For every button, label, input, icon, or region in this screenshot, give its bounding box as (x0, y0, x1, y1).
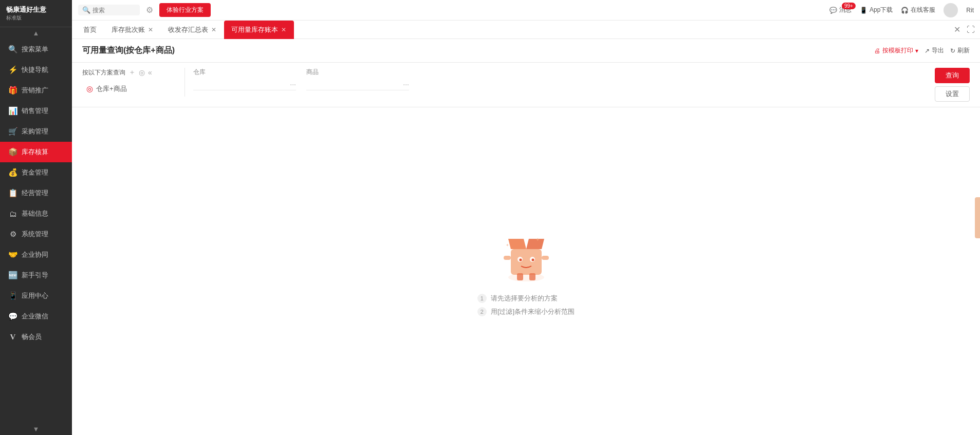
filter-scheme-panel: 按以下方案查询 ＋ ◎ « ◎ 仓库+商品 (82, 68, 185, 97)
svg-rect-8 (504, 256, 511, 260)
topbar-right: 💬 消息 99+ 📱 App下载 🎧 在线客服 Rit (829, 3, 974, 17)
empty-state: ✦ ✦ 1 请先选择要分析的方案 2 用[过滤]条件来缩小分析范围 (72, 107, 980, 435)
customer-service-btn[interactable]: 🎧 在线客服 (901, 6, 935, 14)
add-scheme-btn[interactable]: ＋ (128, 68, 136, 77)
sidebar-item-inventory[interactable]: 📦 库存核算 (0, 142, 72, 162)
app-name: 畅康通好生意 (6, 5, 66, 14)
refresh-btn[interactable]: ↻ 刷新 (950, 46, 970, 55)
sidebar-item-marketing[interactable]: 🎁 营销推广 (0, 80, 72, 101)
export-icon: ↗ (924, 47, 930, 54)
sidebar-item-label: 基础信息 (22, 209, 48, 218)
member-icon: V (8, 333, 17, 342)
svg-point-7 (531, 259, 534, 261)
close-icon[interactable]: ✕ (148, 26, 153, 33)
tip-num-2: 2 (477, 307, 487, 316)
search-input[interactable] (93, 7, 134, 14)
goods-more-icon[interactable]: ··· (403, 80, 409, 88)
dropdown-icon[interactable]: ▾ (915, 47, 918, 54)
message-btn[interactable]: 💬 消息 99+ (829, 6, 852, 14)
app-download-btn[interactable]: 📱 App下载 (860, 6, 893, 14)
topbar-search-box[interactable]: 🔍 (78, 5, 140, 15)
scheme-item-warehouse-goods[interactable]: ◎ 仓库+商品 (82, 81, 178, 97)
basic-icon: 🗂 (8, 210, 17, 218)
sidebar-item-enterprise[interactable]: 🤝 企业协同 (0, 244, 72, 265)
page-header-actions: 🖨 按模板打印 ▾ ↗ 导出 ↻ 刷新 (874, 46, 970, 55)
sidebar-item-wechat[interactable]: 💬 企业微信 (0, 306, 72, 327)
export-btn[interactable]: ↗ 导出 (924, 46, 944, 55)
warehouse-filter-field: 仓库 ··· (193, 68, 296, 90)
sidebar: 畅康通好生意 标准版 ▲ 🔍 搜索菜单 ⚡ 快捷导航 🎁 营销推广 📊 销售管理… (0, 0, 72, 435)
tip-text-2: 用[过滤]条件来缩小分析范围 (491, 307, 575, 316)
svg-marker-2 (508, 239, 526, 249)
export-label: 导出 (932, 46, 944, 55)
warehouse-more-icon[interactable]: ··· (290, 80, 296, 88)
sidebar-item-member[interactable]: V 畅会员 (0, 327, 72, 347)
service-label: 在线客服 (911, 6, 935, 14)
refresh-icon: ↻ (950, 47, 955, 54)
sidebar-item-search[interactable]: 🔍 搜索菜单 (0, 39, 72, 60)
empty-tip-1: 1 请先选择要分析的方案 (477, 294, 575, 303)
sidebar-logo: 畅康通好生意 标准版 (0, 0, 72, 27)
right-scroll-handle[interactable] (975, 197, 980, 238)
svg-rect-10 (517, 273, 523, 280)
newbie-icon: 🆕 (8, 271, 17, 280)
sidebar-item-finance[interactable]: 💰 资金管理 (0, 162, 72, 183)
sidebar-item-system[interactable]: ⚙ 系统管理 (0, 224, 72, 244)
message-badge: 99+ (842, 3, 856, 9)
warehouse-input-wrap: ··· (193, 79, 296, 90)
username-label[interactable]: Rit (966, 7, 974, 14)
refresh-label: 刷新 (957, 46, 970, 55)
sidebar-item-label: 搜索菜单 (22, 45, 48, 54)
headset-icon: 🎧 (901, 7, 909, 14)
sidebar-item-purchase[interactable]: 🛒 采购管理 (0, 121, 72, 142)
settings-scheme-btn[interactable]: ◎ (139, 68, 145, 77)
scheme-item-label: 仓库+商品 (96, 84, 127, 93)
tab-available-account-label: 可用量库存账本 (231, 25, 278, 34)
template-print-label: 按模板打印 (882, 46, 913, 55)
tabs-bar: 首页 库存批次账 ✕ 收发存汇总表 ✕ 可用量库存账本 ✕ ✕ ⛶ (72, 21, 980, 39)
page-title: 可用量查询(按仓库+商品) (82, 45, 175, 56)
gear-icon[interactable]: ⚙ (144, 3, 155, 17)
tab-batch-account[interactable]: 库存批次账 ✕ (104, 21, 161, 39)
sidebar-item-app-center[interactable]: 📱 应用中心 (0, 286, 72, 306)
sidebar-item-operation[interactable]: 📋 经营管理 (0, 183, 72, 203)
avatar[interactable] (944, 3, 958, 17)
sidebar-scroll: 🔍 搜索菜单 ⚡ 快捷导航 🎁 营销推广 📊 销售管理 🛒 采购管理 📦 库存核… (0, 39, 72, 423)
sidebar-item-shortcut[interactable]: ⚡ 快捷导航 (0, 60, 72, 80)
svg-text:✦: ✦ (535, 237, 540, 242)
sidebar-item-basic[interactable]: 🗂 基础信息 (0, 203, 72, 224)
industry-btn[interactable]: 体验行业方案 (159, 3, 211, 17)
empty-tips: 1 请先选择要分析的方案 2 用[过滤]条件来缩小分析范围 (477, 294, 575, 316)
scroll-down-arrow[interactable]: ▼ (0, 423, 72, 435)
search-icon: 🔍 (8, 45, 17, 54)
filter-settings-btn[interactable]: 设置 (935, 86, 970, 102)
filter-right: 仓库 ··· 商品 ··· 查询 设置 (185, 68, 970, 102)
template-print-btn[interactable]: 🖨 按模板打印 ▾ (874, 46, 918, 55)
goods-input-wrap: ··· (306, 79, 409, 90)
scroll-up-arrow[interactable]: ▲ (0, 27, 72, 39)
tab-home-label: 首页 (83, 25, 97, 34)
query-btn[interactable]: 查询 (935, 68, 970, 83)
print-icon: 🖨 (874, 47, 880, 54)
close-icon[interactable]: ✕ (211, 26, 216, 33)
sidebar-item-sales[interactable]: 📊 销售管理 (0, 101, 72, 121)
tab-recv-summary[interactable]: 收发存汇总表 ✕ (161, 21, 224, 39)
tab-available-account[interactable]: 可用量库存账本 ✕ (224, 21, 294, 39)
close-all-tabs-btn[interactable]: ✕ (953, 24, 961, 35)
sales-icon: 📊 (8, 106, 17, 116)
warehouse-input[interactable] (193, 81, 290, 88)
empty-tip-2: 2 用[过滤]条件来缩小分析范围 (477, 307, 575, 316)
sidebar-item-label: 经营管理 (22, 188, 48, 198)
goods-input[interactable] (306, 81, 403, 88)
app-version: 标准版 (6, 14, 66, 22)
sidebar-item-label: 资金管理 (22, 168, 48, 177)
tab-home[interactable]: 首页 (76, 21, 104, 39)
expand-btn[interactable]: ⛶ (966, 24, 976, 35)
close-icon[interactable]: ✕ (281, 26, 286, 33)
goods-label: 商品 (306, 68, 409, 77)
collapse-btn[interactable]: « (148, 68, 152, 77)
phone-icon: 📱 (860, 7, 867, 14)
sidebar-item-newbie[interactable]: 🆕 新手引导 (0, 265, 72, 286)
app-center-icon: 📱 (8, 291, 17, 300)
scheme-label: 按以下方案查询 (82, 68, 125, 77)
